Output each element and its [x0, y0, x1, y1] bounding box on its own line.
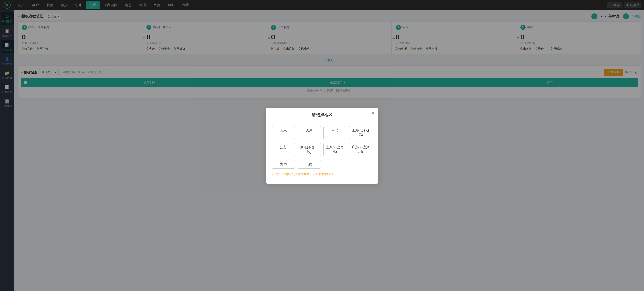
region-btn-empty-2	[349, 160, 372, 169]
modal-note: ⚠ 除以上地区外其他地区暂不支持报税检查！	[272, 172, 372, 178]
region-btn-jiangsu[interactable]: 江苏	[272, 143, 295, 156]
warning-icon: ⚠	[272, 172, 275, 176]
region-btn-guangdong[interactable]: 广东(不含深圳)	[349, 143, 372, 156]
modal-note-text: 除以上地区外其他地区暂不支持报税检查！	[276, 172, 334, 176]
region-select-modal: 请选择地区 ✕ 北京 天津 河北 上海(电子税局) 江苏 浙江(不含宁波) 山东…	[266, 108, 378, 184]
region-btn-shandong[interactable]: 山东(不含青岛)	[323, 143, 347, 156]
region-row-3: 海南 云南	[272, 160, 372, 169]
modal-overlay[interactable]: 请选择地区 ✕ 北京 天津 河北 上海(电子税局) 江苏 浙江(不含宁波) 山东…	[0, 0, 644, 291]
modal-close-button[interactable]: ✕	[371, 111, 374, 116]
region-btn-shanghai[interactable]: 上海(电子税局)	[349, 126, 372, 139]
region-btn-zhejiang[interactable]: 浙江(不含宁波)	[298, 143, 321, 156]
region-btn-hebei[interactable]: 河北	[323, 126, 347, 139]
region-btn-yunnan[interactable]: 云南	[298, 160, 321, 169]
modal-body: 北京 天津 河北 上海(电子税局) 江苏 浙江(不含宁波) 山东(不含青岛) 广…	[266, 121, 378, 184]
region-btn-hainan[interactable]: 海南	[272, 160, 295, 169]
region-btn-beijing[interactable]: 北京	[272, 126, 295, 139]
region-btn-empty-1	[323, 160, 347, 169]
region-row-1: 北京 天津 河北 上海(电子税局)	[272, 126, 372, 139]
modal-title: 请选择地区	[312, 113, 332, 117]
modal-header: 请选择地区 ✕	[266, 108, 378, 121]
region-btn-tianjin[interactable]: 天津	[298, 126, 321, 139]
region-row-2: 江苏 浙江(不含宁波) 山东(不含青岛) 广东(不含深圳)	[272, 143, 372, 156]
